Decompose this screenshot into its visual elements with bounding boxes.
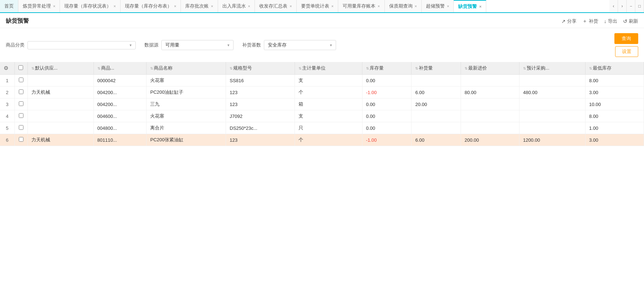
th-settings: ⚙	[0, 62, 14, 75]
th-checkbox	[14, 62, 27, 75]
code-sort-icon: ⇅	[97, 66, 100, 70]
table-header-row: ⚙ ⇅默认供应... ⇅商品... ⇅商品名称 ⇅规格型号	[0, 62, 644, 75]
replenish-button[interactable]: ＋ 补货	[582, 18, 598, 25]
replenish-select[interactable]: 安全库存 ▾	[264, 40, 336, 50]
replenish-arrow-icon: ▾	[330, 43, 332, 48]
tab-maximize-btn[interactable]: □	[635, 0, 644, 12]
table-row: 6 力天机械 801110... PC200张紧油缸 123 个 -1.00 6…	[0, 134, 644, 146]
tab-close-icon[interactable]: ×	[113, 4, 116, 8]
row-checkbox-2[interactable]	[19, 101, 23, 106]
export-button[interactable]: ↓ 导出	[604, 18, 617, 25]
row-stock-4: 0.00	[362, 122, 412, 134]
tab-close-icon[interactable]: ×	[53, 4, 55, 8]
row-name-0: 火花塞	[147, 75, 226, 87]
datasource-arrow-icon: ▾	[227, 43, 230, 48]
category-filter-group: 商品分类 ▾	[6, 41, 136, 49]
query-button[interactable]: 查询	[614, 33, 638, 44]
tab-item-7[interactable]: 要货单统计表×	[297, 0, 338, 12]
row-unit-0: 支	[295, 75, 362, 87]
th-latest-price: ⇅最新进价	[461, 62, 519, 75]
unit-sort-icon: ⇅	[299, 66, 301, 70]
tab-close-icon[interactable]: ×	[479, 4, 481, 9]
row-checkbox-cell-3	[14, 110, 27, 122]
tab-item-11[interactable]: 缺货预警×	[454, 0, 486, 12]
row-checkbox-0[interactable]	[19, 78, 23, 82]
table-body: 1 0000042 火花塞 SS816 支 0.00 8.00 2 力天机械 0…	[0, 75, 644, 146]
row-min-stock-4: 1.00	[585, 122, 644, 134]
tab-item-10[interactable]: 超储预警×	[422, 0, 454, 12]
tab-minimize-btn[interactable]: －	[627, 0, 635, 12]
tab-item-5[interactable]: 出入库流水×	[218, 0, 255, 12]
refresh-label: 刷新	[629, 18, 638, 25]
tab-close-icon[interactable]: ×	[174, 4, 176, 8]
header-actions: ↗ 分享 ＋ 补货 ↓ 导出 ↺ 刷新	[561, 18, 638, 25]
tab-item-4[interactable]: 库存批次账×	[181, 0, 218, 12]
th-supplier: ⇅默认供应...	[27, 62, 93, 75]
refresh-button[interactable]: ↺ 刷新	[623, 18, 638, 25]
row-code-5: 801110...	[93, 134, 147, 146]
settings-button[interactable]: 设置	[615, 46, 638, 57]
share-button[interactable]: ↗ 分享	[561, 18, 576, 25]
row-replenish-1: 6.00	[412, 87, 461, 98]
row-min-stock-0: 8.00	[585, 75, 644, 87]
row-est-purchase-1: 480.00	[519, 87, 585, 98]
tab-item-6[interactable]: 收发存汇总表×	[255, 0, 296, 12]
row-checkbox-1[interactable]	[19, 89, 23, 94]
row-checkbox-4[interactable]	[19, 125, 23, 130]
est-purchase-sort-icon: ⇅	[523, 66, 526, 70]
row-replenish-0	[412, 75, 461, 87]
tab-close-icon[interactable]: ×	[211, 4, 213, 8]
tab-item-1[interactable]: 炼货异常处理×	[18, 0, 60, 12]
tab-item-2[interactable]: 现存量（库存状况表）×	[60, 0, 120, 12]
category-arrow-icon: ▾	[130, 43, 132, 48]
row-code-3: 004600...	[93, 110, 147, 122]
tab-close-icon[interactable]: ×	[290, 4, 292, 8]
tab-close-icon[interactable]: ×	[378, 4, 380, 8]
filter-bar: 商品分类 ▾ 数据源 可用量 ▾ 补货基数 安全库存 ▾ 查询 设置	[0, 28, 644, 62]
row-est-purchase-2	[519, 98, 585, 110]
row-supplier-4	[27, 122, 93, 134]
datasource-filter-group: 数据源 可用量 ▾	[144, 40, 234, 50]
tab-label: 现存量（库存分布表）	[125, 3, 172, 9]
tab-close-icon[interactable]: ×	[415, 4, 417, 8]
row-checkbox-3[interactable]	[19, 113, 23, 118]
tab-item-9[interactable]: 保质期查询×	[385, 0, 422, 12]
row-name-1: PC200油缸缸子	[147, 87, 226, 98]
row-name-4: 离合片	[147, 122, 226, 134]
datasource-label: 数据源	[144, 42, 158, 48]
select-all-checkbox[interactable]	[18, 65, 23, 70]
row-replenish-4	[412, 122, 461, 134]
category-select[interactable]: ▾	[27, 41, 136, 49]
row-spec-4: DS250*23c...	[226, 122, 295, 134]
row-stock-0: 0.00	[362, 75, 412, 87]
tab-close-icon[interactable]: ×	[248, 4, 250, 8]
tab-item-8[interactable]: 可用量库存账本×	[338, 0, 384, 12]
row-name-2: 三九	[147, 98, 226, 110]
tab-close-icon[interactable]: ×	[447, 4, 449, 8]
row-unit-5: 个	[295, 134, 362, 146]
row-code-1: 004200...	[93, 87, 147, 98]
column-settings-icon[interactable]: ⚙	[4, 65, 8, 71]
tab-item-3[interactable]: 现存量（库存分布表）×	[121, 0, 181, 12]
row-supplier-2	[27, 98, 93, 110]
tab-close-icon[interactable]: ×	[331, 4, 334, 8]
table-row: 1 0000042 火花塞 SS816 支 0.00 8.00	[0, 75, 644, 87]
row-latest-price-0	[461, 75, 519, 87]
row-checkbox-cell-2	[14, 98, 27, 110]
row-name-5: PC200张紧油缸	[147, 134, 226, 146]
row-spec-1: 123	[226, 87, 295, 98]
row-stock-3: 0.00	[362, 110, 412, 122]
tab-prev-btn[interactable]: ‹	[609, 0, 618, 12]
tab-item-0[interactable]: 首页	[0, 0, 18, 12]
spec-sort-icon: ⇅	[230, 66, 232, 70]
category-label: 商品分类	[6, 42, 25, 48]
table-row: 5 004800... 离合片 DS250*23c... 只 0.00 1.00	[0, 122, 644, 134]
row-stock-2: 0.00	[362, 98, 412, 110]
row-num-4: 5	[0, 122, 14, 134]
row-checkbox-5[interactable]	[19, 137, 23, 142]
tab-bar: 首页炼货异常处理×现存量（库存状况表）×现存量（库存分布表）×库存批次账×出入库…	[0, 0, 644, 13]
tab-next-btn[interactable]: ›	[618, 0, 627, 12]
row-latest-price-4	[461, 122, 519, 134]
datasource-select[interactable]: 可用量 ▾	[161, 40, 234, 50]
stock-sort-icon: ⇅	[366, 66, 369, 70]
